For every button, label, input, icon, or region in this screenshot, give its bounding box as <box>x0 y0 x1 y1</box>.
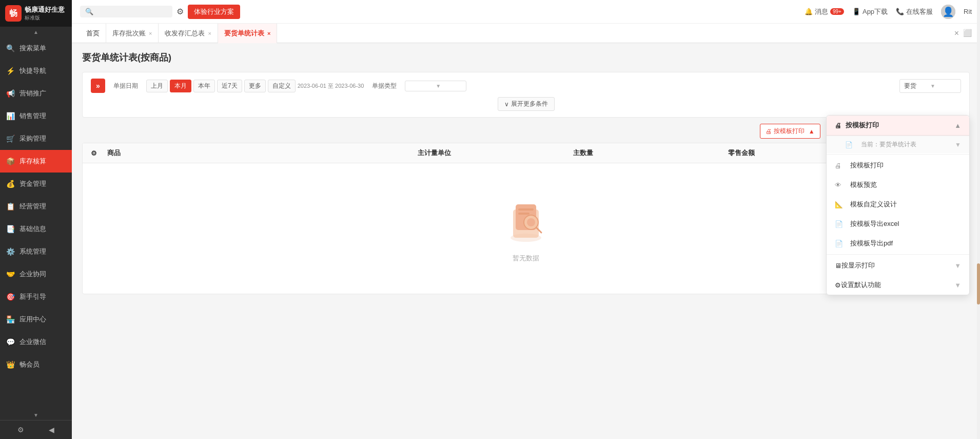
right-scrollbar[interactable] <box>977 0 980 439</box>
print-dropdown-close-arrow[interactable]: ▲ <box>954 122 961 129</box>
tab-inventory-batch[interactable]: 库存批次账 × <box>106 24 159 43</box>
sidebar-settings-icon[interactable]: ⚙ <box>17 426 24 434</box>
sidebar-item-label-marketing: 营销推广 <box>19 89 46 98</box>
scroll-up-btn[interactable]: ▲ <box>0 27 72 37</box>
default-settings-item[interactable]: ⚙ 设置默认功能 ▼ <box>827 275 969 295</box>
tab-inventory-batch-close[interactable]: × <box>149 30 152 36</box>
guide-icon: 🎯 <box>5 292 15 302</box>
date-btn-last-month[interactable]: 上月 <box>146 80 168 92</box>
print-current-template[interactable]: 📄 当前：要货单统计表 ▼ <box>827 136 969 153</box>
default-settings-arrow: ▼ <box>954 281 961 289</box>
date-btn-this-month[interactable]: 本月 <box>170 80 191 92</box>
sidebar-item-guide[interactable]: 🎯 新手引导 <box>0 285 72 308</box>
header-gear-icon[interactable]: ⚙ <box>177 7 184 16</box>
tab-order-stats[interactable]: 要货单统计表 × <box>218 24 277 43</box>
sidebar-item-basic[interactable]: 📑 基础信息 <box>0 218 72 240</box>
header-search-input[interactable] <box>93 8 155 15</box>
display-print-label: 按显示打印 <box>841 261 875 270</box>
sidebar-item-collab[interactable]: 🤝 企业协同 <box>0 263 72 285</box>
top-header: 🔍 ⚙ 体验行业方案 🔔 消息 99+ 📱 App下载 📞 在线客服 👤 Rit <box>72 0 980 24</box>
sidebar-bottom: ⚙ ◀ <box>0 420 72 439</box>
print-dropdown-title: 按模板打印 <box>846 121 879 130</box>
tabs-bar: 首页 库存批次账 × 收发存汇总表 × 要货单统计表 × × ⬜ <box>72 24 980 43</box>
sidebar-item-operations[interactable]: 📋 经营管理 <box>0 195 72 218</box>
sidebar-item-label-collab: 企业协同 <box>19 270 46 279</box>
sidebar-item-label-quick: 快捷导航 <box>19 66 46 75</box>
type-dropdown[interactable]: ▼ <box>405 81 466 91</box>
sidebar-item-inventory[interactable]: 📦 库存核算 <box>0 150 72 173</box>
col-settings[interactable]: ⚙ <box>91 149 107 157</box>
date-btn-this-year[interactable]: 本年 <box>193 80 215 92</box>
app-download-btn[interactable]: 📱 App下载 <box>852 7 888 16</box>
print-dropdown-icon: 🖨 <box>835 122 841 129</box>
extra-filter-dropdown[interactable]: 要货 ▼ <box>899 79 961 93</box>
print-divider-1 <box>827 154 969 155</box>
expand-filter-label: 展开更多条件 <box>511 100 548 108</box>
sidebar-item-label-sales: 销售管理 <box>19 111 46 121</box>
sidebar-sound-icon[interactable]: ◀ <box>49 426 54 434</box>
purchase-icon: 🛒 <box>5 133 15 144</box>
print-template-btn[interactable]: 🖨 按模板打印 ▲ <box>760 124 820 139</box>
template-preview-menu-item[interactable]: 👁 模板预览 <box>827 175 969 195</box>
date-btn-custom[interactable]: 自定义 <box>268 80 296 92</box>
print-doc-icon: 📄 <box>845 141 853 148</box>
sidebar-item-sales[interactable]: 📊 销售管理 <box>0 105 72 127</box>
app-download-label: App下载 <box>863 7 888 16</box>
inventory-icon: 📦 <box>5 156 15 166</box>
date-filter-label: 单据日期 <box>113 82 138 90</box>
filter-area: » 单据日期 上月 本月 本年 近7天 更多 自定义 2023-06-01 至 … <box>82 72 970 118</box>
sidebar-item-member[interactable]: 👑 畅会员 <box>0 353 72 376</box>
tab-collection-summary[interactable]: 收发存汇总表 × <box>159 24 218 43</box>
collab-icon: 🤝 <box>5 269 15 279</box>
print-template-menu-label: 按模板打印 <box>850 161 884 170</box>
svg-rect-4 <box>518 213 530 215</box>
online-service-btn[interactable]: 📞 在线客服 <box>896 7 933 16</box>
header-search-bar[interactable]: 🔍 <box>80 6 172 17</box>
print-dropdown-chevron[interactable]: ▲ <box>809 128 815 135</box>
sidebar: 畅 畅康通好生意 标准版 ▲ 🔍 搜索菜单 ⚡ 快捷导航 📢 营销推广 📊 销售… <box>0 0 72 439</box>
user-name: Rit <box>964 8 972 15</box>
expand-filter-btn[interactable]: ∨ 展开更多条件 <box>498 97 555 111</box>
display-print-item[interactable]: 🖥 按显示打印 ▼ <box>827 256 969 275</box>
sidebar-item-purchase[interactable]: 🛒 采购管理 <box>0 127 72 150</box>
sidebar-item-appstore[interactable]: 🏪 应用中心 <box>0 308 72 331</box>
template-custom-menu-item[interactable]: 📐 模板自定义设计 <box>827 195 969 214</box>
tab-order-stats-close[interactable]: × <box>267 30 270 36</box>
template-custom-icon: 📐 <box>835 201 845 208</box>
date-range-group: 上月 本月 本年 近7天 更多 自定义 2023-06-01 至 2023-06… <box>146 80 364 92</box>
search-nav-icon: 🔍 <box>5 43 15 53</box>
system-icon: ⚙️ <box>5 246 15 257</box>
template-excel-menu-item[interactable]: 📄 按模板导出excel <box>827 214 969 234</box>
tab-collection-summary-close[interactable]: × <box>208 30 211 36</box>
tab-maximize-icon[interactable]: ⬜ <box>963 29 972 38</box>
scroll-down-btn[interactable]: ▼ <box>0 410 72 420</box>
print-template-menu-item[interactable]: 🖨 按模板打印 <box>827 156 969 175</box>
scrollbar-thumb[interactable] <box>977 263 980 304</box>
trial-industry-btn[interactable]: 体验行业方案 <box>188 5 240 19</box>
wechat-icon: 💬 <box>5 337 15 347</box>
notifications-badge: 99+ <box>830 8 844 15</box>
template-preview-label: 模板预览 <box>850 180 877 189</box>
col-product-header: 商品 <box>107 148 418 158</box>
sidebar-item-label-inventory: 库存核算 <box>19 157 46 166</box>
date-btn-more[interactable]: 更多 <box>244 80 266 92</box>
sidebar-item-system[interactable]: ⚙️ 系统管理 <box>0 240 72 263</box>
sidebar-item-search[interactable]: 🔍 搜索菜单 <box>0 37 72 60</box>
app-subtitle: 标准版 <box>25 14 65 22</box>
sidebar-item-wechat[interactable]: 💬 企业微信 <box>0 331 72 353</box>
sidebar-item-marketing[interactable]: 📢 营销推广 <box>0 82 72 105</box>
template-pdf-menu-item[interactable]: 📄 按模板导出pdf <box>827 234 969 253</box>
tab-home[interactable]: 首页 <box>80 24 106 43</box>
notifications-btn[interactable]: 🔔 消息 99+ <box>805 7 844 16</box>
template-custom-label: 模板自定义设计 <box>850 200 897 209</box>
default-settings-icon: ⚙ <box>835 281 841 289</box>
tab-inventory-batch-label: 库存批次账 <box>112 29 146 38</box>
user-avatar[interactable]: 👤 <box>941 5 955 19</box>
app-logo: 畅 畅康通好生意 标准版 <box>0 0 72 27</box>
date-btn-7days[interactable]: 近7天 <box>217 80 242 92</box>
tab-close-all-icon[interactable]: × <box>954 29 959 38</box>
filter-toggle-btn[interactable]: » <box>91 79 105 93</box>
sidebar-item-finance[interactable]: 💰 资金管理 <box>0 173 72 195</box>
sidebar-item-quick-nav[interactable]: ⚡ 快捷导航 <box>0 60 72 82</box>
sidebar-item-label-finance: 资金管理 <box>19 179 46 188</box>
